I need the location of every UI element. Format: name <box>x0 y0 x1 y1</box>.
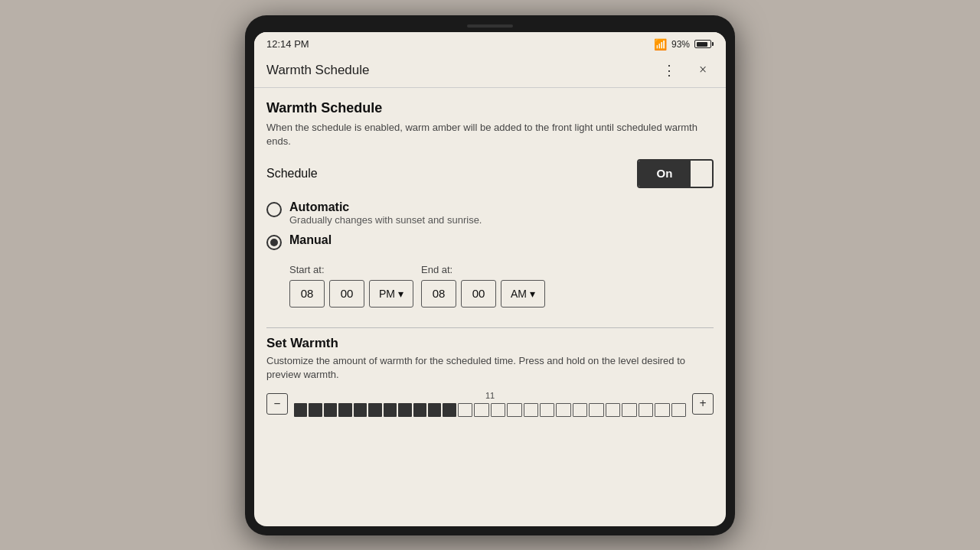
slider-block-17 <box>540 403 554 417</box>
time-inputs-row: Start at: 08 00 PM ▾ End at: <box>289 264 714 308</box>
schedule-label: Schedule <box>266 167 318 181</box>
automatic-option[interactable]: Automatic Gradually changes with sunset … <box>266 200 714 226</box>
slider-block-7 <box>384 403 397 417</box>
slider-block-9 <box>413 403 426 417</box>
slider-block-25 <box>671 403 686 417</box>
start-ampm[interactable]: PM ▾ <box>369 280 413 308</box>
status-time: 12:14 PM <box>266 38 309 50</box>
slider-block-2 <box>309 403 322 417</box>
slider-block-15 <box>507 403 521 417</box>
start-hour[interactable]: 08 <box>289 280 325 308</box>
status-bar: 12:14 PM 📶 93% <box>254 32 726 54</box>
slider-block-19 <box>573 403 587 417</box>
slider-block-4 <box>338 403 351 417</box>
end-minute[interactable]: 00 <box>461 280 496 308</box>
notch-line <box>467 24 513 28</box>
end-ampm[interactable]: AM ▾ <box>501 280 545 308</box>
automatic-label: Automatic <box>289 200 482 214</box>
set-warmth-section: Set Warmth Customize the amount of warmt… <box>266 336 714 417</box>
toggle-on-label: On <box>639 161 691 187</box>
status-right: 📶 93% <box>654 38 714 50</box>
slider-block-10 <box>428 403 441 417</box>
content-area: Warmth Schedule When the schedule is ena… <box>254 88 726 526</box>
manual-radio[interactable] <box>266 235 282 250</box>
title-icons: ⋮ × <box>658 60 714 81</box>
slider-blocks <box>294 403 686 417</box>
warmth-description: Customize the amount of warmth for the s… <box>266 354 714 382</box>
warmth-slider-row: − 11 <box>266 391 714 417</box>
slider-block-16 <box>524 403 538 417</box>
mode-radio-group: Automatic Gradually changes with sunset … <box>266 200 714 308</box>
slider-block-8 <box>398 403 411 417</box>
wifi-icon: 📶 <box>654 38 667 50</box>
start-minute[interactable]: 00 <box>329 280 364 308</box>
slider-block-6 <box>368 403 381 417</box>
start-ampm-chevron: ▾ <box>398 288 403 300</box>
end-hour[interactable]: 08 <box>421 280 456 308</box>
schedule-toggle[interactable]: On <box>637 159 714 188</box>
device-notch <box>254 24 726 32</box>
page-title: Warmth Schedule <box>266 63 369 78</box>
decrease-warmth-button[interactable]: − <box>266 393 288 415</box>
increase-warmth-button[interactable]: + <box>692 393 714 415</box>
close-button[interactable]: × <box>692 60 714 81</box>
slider-block-23 <box>639 403 653 417</box>
battery-percent: 93% <box>671 39 690 50</box>
slider-block-12 <box>458 403 472 417</box>
section-description: When the schedule is enabled, warm amber… <box>266 121 714 148</box>
slider-block-18 <box>556 403 570 417</box>
automatic-desc: Gradually changes with sunset and sunris… <box>289 214 482 226</box>
toggle-off-area <box>691 161 712 187</box>
slider-block-24 <box>655 403 669 417</box>
slider-block-14 <box>491 403 505 417</box>
section-divider <box>266 327 714 328</box>
schedule-row: Schedule On <box>266 159 714 188</box>
slider-block-21 <box>606 403 620 417</box>
manual-option[interactable]: Manual <box>266 233 714 250</box>
slider-block-13 <box>474 403 488 417</box>
end-label: End at: <box>421 264 545 275</box>
device-frame: 12:14 PM 📶 93% Warmth Schedule ⋮ × <box>245 15 735 535</box>
slider-block-11 <box>443 403 456 417</box>
title-bar: Warmth Schedule ⋮ × <box>254 54 726 88</box>
warmth-heading: Set Warmth <box>266 336 714 351</box>
slider-block-22 <box>622 403 636 417</box>
slider-value-label: 11 <box>294 391 686 400</box>
start-time-inputs: 08 00 PM ▾ <box>289 280 413 308</box>
section-heading: Warmth Schedule <box>266 100 714 116</box>
start-time-group: Start at: 08 00 PM ▾ <box>289 264 413 308</box>
device-screen: 12:14 PM 📶 93% Warmth Schedule ⋮ × <box>254 32 726 526</box>
start-label: Start at: <box>289 264 413 275</box>
slider-block-3 <box>324 403 337 417</box>
slider-block-5 <box>354 403 367 417</box>
end-ampm-chevron: ▾ <box>530 288 535 300</box>
automatic-radio[interactable] <box>266 202 282 217</box>
warmth-slider-track[interactable]: 11 <box>294 391 686 417</box>
menu-button[interactable]: ⋮ <box>658 60 680 81</box>
battery-icon <box>694 40 714 48</box>
end-time-inputs: 08 00 AM ▾ <box>421 280 545 308</box>
slider-block-1 <box>294 403 307 417</box>
slider-block-20 <box>589 403 603 417</box>
end-time-group: End at: 08 00 AM ▾ <box>421 264 545 308</box>
manual-label: Manual <box>289 233 332 247</box>
